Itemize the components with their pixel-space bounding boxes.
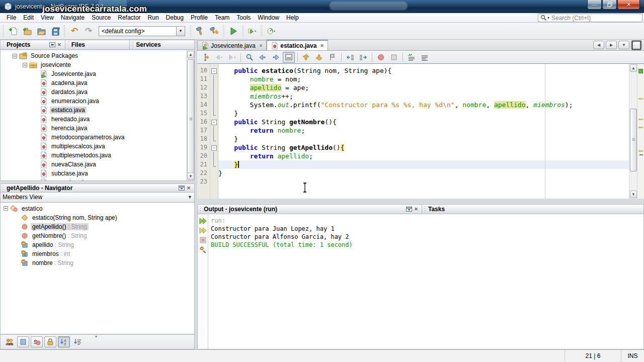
occurrence-mark[interactable] (638, 98, 643, 100)
scroll-right-button[interactable]: ▶ (606, 41, 617, 49)
caret-position-mark[interactable] (639, 154, 643, 155)
clean-build-button[interactable] (207, 24, 221, 38)
tree-expander-icon[interactable] (23, 63, 27, 67)
prev-occurrence-button[interactable] (257, 52, 269, 63)
line-number[interactable]: 18 (197, 135, 210, 143)
minimize-button[interactable]: — (587, 0, 602, 10)
output-console[interactable]: run:Constructor para Juan Lopez, hay 1Co… (208, 214, 643, 349)
tree-item-source-packages[interactable]: Source Packages (1, 51, 186, 60)
redo-button[interactable]: ↷ (82, 24, 96, 38)
shift-left-button[interactable] (344, 52, 356, 63)
inherited-members-button[interactable] (4, 336, 16, 347)
search-input[interactable]: ▾ Search (Ctrl+I) (538, 14, 642, 22)
menu-tools[interactable]: Tools (233, 14, 254, 22)
code-line[interactable] (218, 177, 629, 186)
comment-button[interactable] (406, 52, 418, 63)
line-number[interactable]: 23 (197, 177, 210, 186)
new-file-button[interactable] (6, 24, 20, 38)
occurrence-mark[interactable] (638, 150, 643, 152)
search-scope-dropdown-icon[interactable]: ▾ (547, 16, 549, 20)
code-line[interactable]: public estatico(String nom, String ape){ (218, 66, 629, 75)
maximize-button[interactable] (631, 41, 642, 49)
minimize-panel-icon[interactable] (406, 206, 413, 213)
menu-profile[interactable]: Profile (187, 14, 211, 22)
line-number[interactable]: 14 (197, 101, 210, 109)
fold-mark[interactable] (210, 66, 218, 75)
code-editor[interactable]: 91011121314151617181920212223 public est… (197, 64, 644, 199)
toggle-bookmark-button[interactable] (327, 52, 339, 63)
close-panel-icon[interactable]: ✕ (185, 185, 192, 191)
new-project-button[interactable] (20, 24, 34, 38)
menu-run[interactable]: Run (144, 14, 163, 22)
project-file-item[interactable]: multiplescalcos.java (1, 142, 186, 151)
show-fields-button[interactable] (17, 336, 29, 347)
code-line[interactable]: } (218, 169, 629, 177)
code-line[interactable]: System.out.printf("Constructor para %s %… (218, 101, 629, 109)
code-line[interactable]: public String getApellido(){ (218, 143, 629, 152)
line-number-gutter[interactable]: 91011121314151617181920212223 (197, 64, 210, 199)
code-line[interactable]: miembros++; (218, 92, 629, 101)
close-tab-icon[interactable]: ✕ (320, 43, 324, 48)
line-number[interactable]: 16 (197, 118, 210, 126)
navigator-class-item[interactable]: estatico (1, 204, 194, 213)
undo-button[interactable]: ↶ (67, 24, 82, 38)
project-file-item[interactable]: herencia.java (1, 124, 186, 133)
code-line[interactable]: } (218, 160, 629, 169)
scrollbar-thumb[interactable] (630, 109, 637, 171)
project-file-item[interactable]: estatico.java (1, 106, 186, 115)
panel-tab-services[interactable]: Services (129, 40, 195, 50)
next-bookmark-button[interactable] (313, 52, 326, 63)
tab-list-button[interactable]: ▼ (618, 41, 629, 49)
open-project-button[interactable] (34, 24, 48, 38)
project-file-item[interactable]: acadena.java (1, 78, 186, 87)
stop-button[interactable] (388, 52, 400, 63)
debug-menu-button[interactable] (246, 24, 260, 38)
prev-bookmark-button[interactable] (300, 52, 312, 63)
scroll-down-icon[interactable]: ▼ (630, 191, 637, 198)
project-file-item[interactable]: subclase.java (1, 169, 186, 178)
code-line[interactable]: } (218, 109, 629, 118)
editor-tab-josevicente-java[interactable]: Josevicente.java✕ (197, 40, 267, 50)
find-selection-button[interactable] (244, 52, 256, 63)
rerun-button[interactable] (199, 217, 207, 225)
editor-scrollbar[interactable]: ▲ ▼ (629, 64, 637, 199)
next-occurrence-button[interactable] (270, 52, 282, 63)
line-number[interactable]: 20 (197, 152, 210, 160)
project-file-item[interactable]: Josevicente.java (1, 69, 186, 78)
tree-expander-icon[interactable] (13, 54, 17, 58)
menu-team[interactable]: Team (211, 14, 233, 22)
panel-tab-files[interactable]: Files (65, 40, 130, 50)
tree-item-package[interactable]: josevicente (1, 60, 186, 69)
titlebar[interactable]: josevicente - NetBeans IDE 7.0.1 josevic… (0, 0, 644, 13)
stop-output-button[interactable] (199, 236, 207, 244)
menu-file[interactable]: File (3, 14, 20, 22)
projects-scrollbar[interactable]: ▲ ▼ (186, 50, 194, 180)
code-line[interactable]: nombre = nom; (218, 75, 629, 83)
line-number[interactable]: 15 (197, 109, 210, 118)
menu-view[interactable]: View (37, 14, 57, 22)
close-panel-icon[interactable]: ✕ (413, 206, 420, 213)
error-stripe[interactable] (637, 64, 644, 199)
output-header[interactable]: Output - josevicente (run) ✕ (197, 204, 422, 214)
build-button[interactable] (193, 24, 207, 38)
toggle-highlight-button[interactable] (283, 52, 295, 63)
occurrence-mark[interactable] (638, 127, 643, 128)
code-fold-margin[interactable] (210, 64, 218, 199)
menu-source[interactable]: Source (88, 14, 114, 22)
scroll-down-icon[interactable]: ▼ (187, 172, 194, 180)
output-settings-button[interactable] (199, 245, 207, 253)
project-file-item[interactable]: nuevaClase.java (1, 160, 186, 169)
code-line[interactable]: return apellido; (218, 152, 629, 160)
config-combobox[interactable]: <default config> ▼ (99, 26, 185, 36)
sort-alpha-button[interactable]: AZ (58, 336, 70, 347)
line-number[interactable]: 21 (197, 160, 210, 169)
project-file-item[interactable]: dardatos.java (1, 87, 186, 97)
menu-help[interactable]: Help (283, 14, 302, 22)
project-file-item[interactable]: superclase.java (1, 178, 186, 181)
line-number[interactable]: 19 (197, 143, 210, 152)
close-tab-icon[interactable]: ✕ (259, 43, 263, 48)
sort-by-source-button[interactable] (71, 336, 84, 347)
project-file-item[interactable]: multiplesmetodos.java (1, 151, 186, 160)
line-number[interactable]: 22 (197, 169, 210, 177)
breakpoint-button[interactable] (375, 52, 387, 63)
